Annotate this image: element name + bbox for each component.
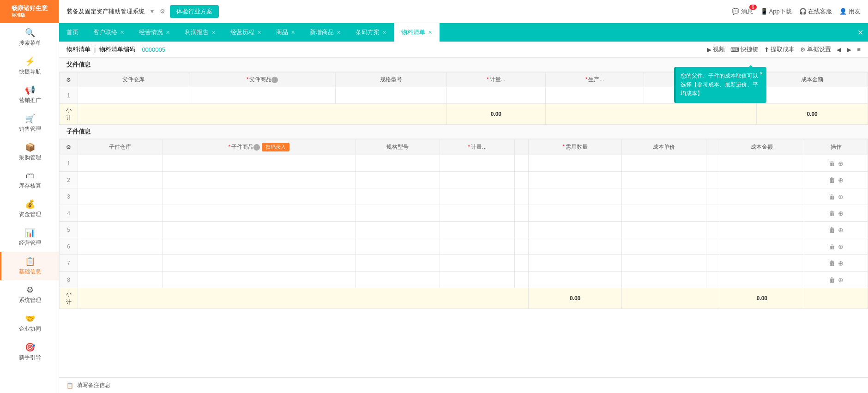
child-row-1-warehouse[interactable] bbox=[78, 155, 163, 172]
child-row-6-product[interactable] bbox=[162, 238, 356, 255]
child-row-8-unit[interactable] bbox=[440, 272, 515, 288]
nav-tab-close-1[interactable]: ✕ bbox=[120, 30, 124, 36]
child-row-4-unit[interactable] bbox=[440, 205, 515, 222]
sidebar-item-0[interactable]: 🔍搜索菜单 bbox=[0, 23, 59, 52]
tooltip-close-button[interactable]: × bbox=[760, 69, 763, 78]
child-row-3-unitprice[interactable] bbox=[621, 188, 706, 205]
parent-th-settings[interactable]: ⚙ bbox=[60, 73, 78, 87]
child-row-2-warehouse[interactable] bbox=[78, 172, 163, 188]
child-row-3-warehouse[interactable] bbox=[78, 188, 163, 205]
shortcut-button[interactable]: ⌨ 快捷键 bbox=[730, 45, 759, 54]
settings-icon[interactable]: ⚙ bbox=[160, 8, 165, 15]
child-row-3-qty[interactable] bbox=[529, 188, 621, 205]
child-row-6-warehouse[interactable] bbox=[78, 238, 163, 255]
child-row-4-spec[interactable] bbox=[356, 205, 440, 222]
child-row-5-product[interactable] bbox=[162, 222, 356, 238]
child-row-6-delete-icon[interactable]: 🗑 bbox=[829, 243, 835, 250]
close-all-tabs-button[interactable]: ✕ bbox=[853, 28, 868, 37]
nav-tab-close-3[interactable]: ✕ bbox=[211, 30, 216, 36]
child-row-1-delete-icon[interactable]: 🗑 bbox=[829, 160, 835, 167]
nav-tab-close-4[interactable]: ✕ bbox=[257, 30, 261, 36]
sidebar-item-8[interactable]: 📋基础信息 bbox=[0, 252, 59, 280]
sidebar-item-6[interactable]: 💰资金管理 bbox=[0, 194, 59, 223]
message-button[interactable]: 💬 消息 6 bbox=[732, 7, 753, 16]
child-row-1-unit[interactable] bbox=[440, 155, 515, 172]
sidebar-item-2[interactable]: 📢营销推广 bbox=[0, 80, 59, 109]
nav-tab-7[interactable]: 条码方案✕ bbox=[348, 23, 394, 42]
child-row-1-qty[interactable] bbox=[529, 155, 621, 172]
sidebar-item-5[interactable]: 🗃库存核算 bbox=[0, 166, 59, 194]
nav-tab-1[interactable]: 客户联络✕ bbox=[86, 23, 132, 42]
child-row-7-spec[interactable] bbox=[356, 255, 440, 272]
child-row-8-warehouse[interactable] bbox=[78, 272, 163, 288]
scan-button[interactable]: 扫码录入 bbox=[262, 143, 289, 151]
child-row-6-unitprice[interactable] bbox=[621, 238, 706, 255]
sidebar-item-7[interactable]: 📊经营管理 bbox=[0, 223, 59, 252]
nav-tab-6[interactable]: 新增商品✕ bbox=[302, 23, 348, 42]
nav-tab-0[interactable]: 首页 bbox=[59, 23, 86, 42]
app-download-button[interactable]: 📱 App下载 bbox=[760, 7, 792, 16]
parent-row-1-prod[interactable] bbox=[545, 87, 644, 104]
parent-product-info-icon[interactable]: i bbox=[271, 77, 278, 83]
child-row-4-qty[interactable] bbox=[529, 205, 621, 222]
child-row-7-warehouse[interactable] bbox=[78, 255, 163, 272]
child-row-3-copy-icon[interactable]: ⊕ bbox=[838, 193, 844, 200]
child-row-6-spec[interactable] bbox=[356, 238, 440, 255]
child-th-settings[interactable]: ⚙ bbox=[60, 139, 78, 155]
nav-tab-close-5[interactable]: ✕ bbox=[291, 30, 295, 36]
child-row-6-unit[interactable] bbox=[440, 238, 515, 255]
child-row-8-unitprice[interactable] bbox=[621, 272, 706, 288]
child-row-7-unit[interactable] bbox=[440, 255, 515, 272]
scroll-area[interactable]: 父件信息 ⚙ 父件仓库 *父件商品i 规格型号 *计量... *生产... *成… bbox=[59, 58, 868, 377]
child-row-7-unitprice[interactable] bbox=[621, 255, 706, 272]
grid-view-button[interactable]: ≡ bbox=[857, 46, 861, 53]
child-row-8-spec[interactable] bbox=[356, 272, 440, 288]
video-button[interactable]: ▶ 视频 bbox=[707, 45, 725, 54]
child-row-5-warehouse[interactable] bbox=[78, 222, 163, 238]
nav-tab-3[interactable]: 利润报告✕ bbox=[177, 23, 223, 42]
child-row-7-product[interactable] bbox=[162, 255, 356, 272]
child-row-2-copy-icon[interactable]: ⊕ bbox=[838, 176, 844, 184]
child-row-2-qty[interactable] bbox=[529, 172, 621, 188]
child-row-1-copy-icon[interactable]: ⊕ bbox=[838, 160, 844, 167]
sidebar-item-11[interactable]: 🎯新手引导 bbox=[0, 338, 59, 366]
child-row-1-spec[interactable] bbox=[356, 155, 440, 172]
nav-tab-close-7[interactable]: ✕ bbox=[382, 30, 386, 36]
child-row-7-copy-icon[interactable]: ⊕ bbox=[838, 260, 844, 267]
child-row-4-copy-icon[interactable]: ⊕ bbox=[838, 210, 844, 217]
child-row-6-qty[interactable] bbox=[529, 238, 621, 255]
child-row-5-spec[interactable] bbox=[356, 222, 440, 238]
nav-tab-4[interactable]: 经营历程✕ bbox=[223, 23, 269, 42]
nav-tab-close-8[interactable]: ✕ bbox=[428, 30, 432, 36]
sidebar-item-4[interactable]: 📦采购管理 bbox=[0, 138, 59, 166]
child-row-8-product[interactable] bbox=[162, 272, 356, 288]
child-product-info-icon[interactable]: i bbox=[253, 144, 260, 151]
child-row-8-copy-icon[interactable]: ⊕ bbox=[838, 276, 844, 284]
child-row-6-copy-icon[interactable]: ⊕ bbox=[838, 243, 844, 250]
child-row-2-delete-icon[interactable]: 🗑 bbox=[829, 176, 835, 184]
child-row-2-product[interactable] bbox=[162, 172, 356, 188]
child-row-2-unitprice[interactable] bbox=[621, 172, 706, 188]
child-row-5-unitprice[interactable] bbox=[621, 222, 706, 238]
child-row-5-qty[interactable] bbox=[529, 222, 621, 238]
sidebar-item-9[interactable]: ⚙系统管理 bbox=[0, 280, 59, 309]
sidebar-item-10[interactable]: 🤝企业协同 bbox=[0, 309, 59, 338]
child-row-8-delete-icon[interactable]: 🗑 bbox=[829, 276, 835, 284]
child-row-3-spec[interactable] bbox=[356, 188, 440, 205]
trial-button[interactable]: 体验行业方案 bbox=[170, 5, 219, 18]
nav-tab-8[interactable]: 物料清单✕ bbox=[394, 23, 440, 42]
nav-next-button[interactable]: ▶ bbox=[847, 46, 851, 53]
child-row-4-delete-icon[interactable]: 🗑 bbox=[829, 210, 835, 217]
child-row-5-delete-icon[interactable]: 🗑 bbox=[829, 226, 835, 234]
sidebar-item-3[interactable]: 🛒销售管理 bbox=[0, 109, 59, 138]
child-row-4-warehouse[interactable] bbox=[78, 205, 163, 222]
extract-cost-button[interactable]: ⬆ 提取成本 bbox=[764, 45, 795, 54]
child-row-7-delete-icon[interactable]: 🗑 bbox=[829, 260, 835, 267]
child-row-2-unit[interactable] bbox=[440, 172, 515, 188]
child-row-5-unit[interactable] bbox=[440, 222, 515, 238]
dropdown-arrow-icon[interactable]: ▼ bbox=[149, 8, 155, 15]
nav-tab-close-2[interactable]: ✕ bbox=[166, 30, 170, 36]
child-row-1-product[interactable] bbox=[162, 155, 356, 172]
parent-row-1-spec[interactable] bbox=[336, 87, 447, 104]
child-row-1-unitprice[interactable] bbox=[621, 155, 706, 172]
